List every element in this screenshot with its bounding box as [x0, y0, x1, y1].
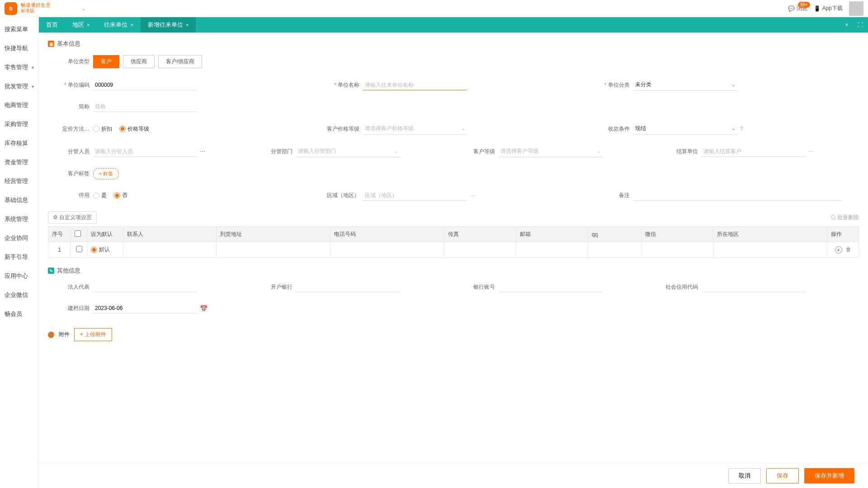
sidebar-item-basic[interactable]: 基础信息 — [0, 191, 38, 210]
fullscreen-button[interactable]: ⛶ — [854, 19, 866, 31]
cell-contact[interactable] — [123, 242, 217, 258]
message-icon: 💬 — [788, 5, 795, 12]
credit-code-input[interactable] — [702, 282, 806, 292]
unit-type-label: 单位类型 — [48, 58, 93, 66]
sidebar-item-apps[interactable]: 应用中心 — [0, 267, 38, 286]
cell-phone[interactable] — [330, 242, 444, 258]
unit-type-supplier[interactable]: 供应商 — [123, 55, 155, 68]
region-label: 区域（地区） — [318, 192, 363, 199]
sidebar-item-business[interactable]: 经营管理 — [0, 172, 38, 191]
legal-rep-label: 法人代表 — [48, 283, 93, 291]
more-icon[interactable]: ⋯ — [806, 148, 816, 155]
tab-region[interactable]: 地区× — [65, 17, 97, 33]
region-input[interactable] — [363, 190, 467, 201]
customer-level-select[interactable]: 请选择客户等级 ⌄ — [499, 145, 603, 157]
th-index: 序号 — [48, 227, 71, 242]
cell-fax[interactable] — [444, 242, 516, 258]
payment-terms-label: 收款条件 — [588, 125, 633, 133]
cell-email[interactable] — [516, 242, 588, 258]
close-all-button[interactable]: × — [841, 19, 853, 31]
message-badge: 99+ — [798, 2, 810, 8]
pricing-method-label: 定价方法… — [48, 125, 93, 133]
unit-name-label: 单位名称 — [318, 81, 363, 89]
form-content: ▣ 基本信息 单位类型 客户 供应商 客户/供应商 单 — [39, 33, 868, 488]
upload-attachment-button[interactable]: + 上传附件 — [74, 328, 112, 341]
save-button[interactable]: 保存 — [766, 468, 799, 483]
disabled-yes-radio[interactable]: 是 — [93, 192, 107, 199]
tab-units[interactable]: 往来单位× — [97, 17, 140, 33]
pricing-level-radio[interactable]: 价格等级 — [119, 125, 149, 133]
sidebar-item-purchase[interactable]: 采购管理 — [0, 115, 38, 134]
custom-fields-button[interactable]: ⚙ 自定义项设置 — [48, 211, 97, 224]
sidebar-item-collab[interactable]: 企业协同 — [0, 229, 38, 248]
batch-delete-button[interactable]: ◎ 批量删除 — [830, 214, 859, 221]
remark-input[interactable] — [633, 190, 841, 201]
sidebar-item-search-menu[interactable]: 搜索菜单 — [0, 20, 38, 39]
legal-rep-input[interactable] — [93, 282, 197, 292]
more-icon[interactable]: ⋯ — [467, 192, 478, 199]
unit-name-input[interactable] — [363, 80, 467, 90]
topbar-right: 💬 消息 99+ 📱 App下载 — [788, 1, 863, 16]
create-date-input[interactable] — [93, 303, 197, 314]
price-level-select[interactable]: 请选择客户价格等级 ⌄ — [363, 123, 467, 135]
cancel-button[interactable]: 取消 — [728, 468, 761, 483]
more-icon[interactable]: ⋯ — [197, 148, 208, 155]
sidebar-item-wechat[interactable]: 企业微信 — [0, 286, 38, 305]
select-all-checkbox[interactable] — [75, 230, 81, 237]
create-date-label: 建档日期 — [48, 305, 93, 312]
avatar[interactable] — [849, 1, 863, 16]
row-default-radio[interactable]: 默认 — [91, 246, 119, 253]
unit-category-select[interactable]: 未分类 ⌄ — [633, 79, 737, 91]
settle-unit-input[interactable] — [702, 146, 806, 157]
unit-type-both[interactable]: 客户/供应商 — [158, 55, 202, 68]
cell-wechat[interactable] — [641, 242, 713, 258]
unit-type-customer[interactable]: 客户 — [93, 55, 119, 68]
manager-input[interactable] — [93, 146, 197, 157]
download-label: App下载 — [822, 5, 843, 12]
messages-button[interactable]: 💬 消息 99+ — [788, 5, 807, 12]
cell-qq[interactable] — [588, 242, 641, 258]
cell-region[interactable] — [713, 242, 827, 258]
price-level-label: 客户价格等级 — [318, 125, 363, 133]
disabled-no-radio[interactable]: 否 — [114, 192, 127, 199]
cell-address[interactable] — [216, 242, 330, 258]
sidebar-item-inventory[interactable]: 库存核算 — [0, 134, 38, 153]
pricing-discount-radio[interactable]: 折扣 — [93, 125, 112, 133]
delete-row-button[interactable]: 🗑 — [846, 246, 851, 253]
add-row-button[interactable]: + — [835, 246, 842, 253]
topbar: b 畅捷通好生意 标准版 ⌄ 💬 消息 99+ 📱 App下载 — [0, 0, 868, 17]
tab-bar: 首页 地区× 往来单位× 新增往来单位× × ⛶ — [39, 17, 868, 33]
tab-home[interactable]: 首页 — [39, 17, 65, 33]
sidebar-item-quick-nav[interactable]: 快捷导航 — [0, 39, 38, 58]
contacts-table: 序号 设为默认 联系人 到货地址 电话号码 传真 邮箱 qq 微信 所在地区 操… — [48, 226, 859, 258]
sidebar-item-ecommerce[interactable]: 电商管理 — [0, 96, 38, 115]
sidebar-item-funds[interactable]: 资金管理 — [0, 153, 38, 172]
unit-code-input[interactable] — [93, 80, 197, 90]
payment-terms-select[interactable]: 现结 ⌄ — [633, 123, 737, 135]
close-icon[interactable]: × — [130, 22, 133, 28]
tab-actions: × ⛶ — [841, 19, 868, 31]
section-basic-title: 基本信息 — [57, 40, 80, 48]
bank-input[interactable] — [296, 282, 400, 292]
sidebar-item-system[interactable]: 系统管理 — [0, 210, 38, 229]
close-icon[interactable]: × — [87, 22, 90, 28]
department-select[interactable]: 请输入分管部门 ⌄ — [296, 145, 400, 157]
sidebar-item-member[interactable]: 畅会员 — [0, 305, 38, 324]
add-tag-button[interactable]: + 标签 — [93, 168, 119, 179]
tab-new-unit[interactable]: 新增往来单位× — [141, 17, 196, 33]
help-icon[interactable]: ? — [740, 126, 743, 132]
edition-label: 标准版 — [21, 8, 51, 14]
row-checkbox[interactable] — [76, 246, 82, 252]
unit-category-label: 单位分类 — [588, 81, 633, 89]
alias-input[interactable] — [93, 102, 197, 112]
sidebar-item-retail[interactable]: 零售管理▾ — [0, 58, 38, 77]
company-selector[interactable]: ⌄ — [81, 5, 86, 12]
close-icon[interactable]: × — [186, 22, 189, 28]
sidebar-item-wholesale[interactable]: 批发管理▾ — [0, 77, 38, 96]
th-check — [71, 227, 87, 242]
save-and-new-button[interactable]: 保存并新增 — [804, 468, 854, 483]
bank-account-input[interactable] — [499, 282, 603, 292]
sidebar-item-guide[interactable]: 新手引导 — [0, 248, 38, 267]
calendar-icon[interactable]: 📅 — [200, 305, 208, 312]
app-download-button[interactable]: 📱 App下载 — [814, 5, 843, 12]
